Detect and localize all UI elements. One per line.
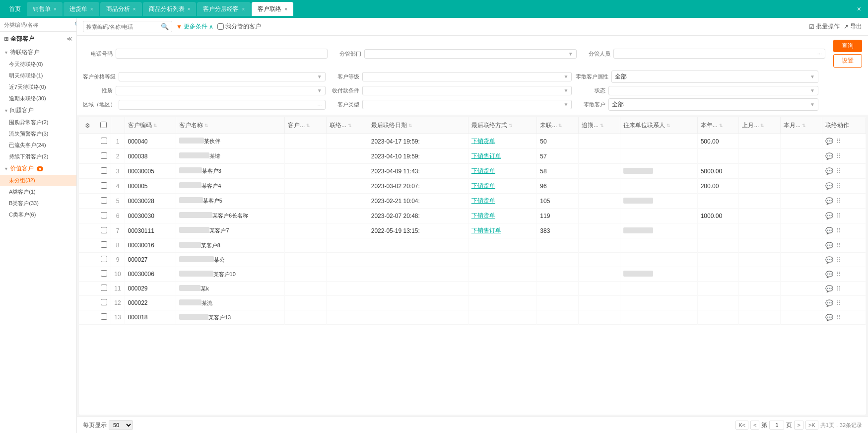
- home-tab[interactable]: 首页: [4, 5, 26, 13]
- more-action-icon[interactable]: ⠿: [836, 299, 841, 307]
- row-checkbox[interactable]: [101, 227, 107, 233]
- main-search-input[interactable]: [86, 24, 159, 30]
- prev-page-btn[interactable]: <: [750, 421, 759, 430]
- close-product-tab[interactable]: ×: [133, 6, 136, 12]
- dept-select[interactable]: ▼: [364, 49, 576, 59]
- close-product-list-tab[interactable]: ×: [188, 6, 191, 12]
- chat-icon[interactable]: 💬: [825, 182, 833, 190]
- sidebar-item-a-class[interactable]: A类客户(1): [0, 186, 76, 198]
- retail-attr-select[interactable]: 全部 ▼: [611, 71, 818, 83]
- chat-icon[interactable]: 💬: [825, 271, 833, 278]
- close-all-tabs[interactable]: ×: [854, 5, 864, 13]
- more-filters-btn[interactable]: ▼ 更多条件 ∧: [176, 22, 213, 31]
- more-action-icon[interactable]: ⠿: [836, 167, 841, 175]
- more-action-icon[interactable]: ⠿: [836, 138, 841, 145]
- sidebar-item-churn-warning[interactable]: 流失预警客户(3): [0, 128, 76, 140]
- row-checkbox[interactable]: [101, 212, 107, 218]
- status-select[interactable]: ▼: [608, 86, 818, 95]
- chat-icon[interactable]: 💬: [825, 299, 833, 307]
- row-checkbox[interactable]: [101, 299, 107, 305]
- chat-icon[interactable]: 💬: [825, 242, 833, 249]
- chat-icon[interactable]: 💬: [825, 285, 833, 292]
- close-purchase-tab[interactable]: ×: [90, 6, 93, 12]
- sidebar-group-pending[interactable]: ▼ 待联络客户: [0, 46, 76, 59]
- row-checkbox[interactable]: [101, 182, 107, 189]
- chat-icon[interactable]: 💬: [825, 152, 833, 160]
- more-action-icon[interactable]: ⠿: [836, 227, 841, 234]
- reset-button[interactable]: 设置: [833, 54, 862, 68]
- main-search-icon[interactable]: 🔍: [161, 23, 169, 30]
- sidebar-item-overdue-pending[interactable]: 逾期未联络(30): [0, 93, 76, 104]
- row-checkbox[interactable]: [101, 152, 107, 159]
- price-level-select[interactable]: ▼: [119, 72, 326, 81]
- close-customer-tier-tab[interactable]: ×: [242, 6, 245, 12]
- row-checkbox[interactable]: [101, 285, 107, 291]
- more-action-icon[interactable]: ⠿: [836, 256, 841, 264]
- chat-icon[interactable]: 💬: [825, 212, 833, 219]
- per-page-select[interactable]: 20 50 100: [109, 420, 133, 430]
- settings-icon[interactable]: ⚙: [82, 122, 94, 129]
- th-settings[interactable]: ⚙: [79, 117, 97, 134]
- page-number-input[interactable]: [769, 421, 784, 430]
- sidebar-item-today-pending[interactable]: 今天待联络(0): [0, 59, 76, 70]
- sidebar-item-7day-pending[interactable]: 近7天待联络(0): [0, 81, 76, 93]
- row-checkbox[interactable]: [101, 256, 107, 262]
- row-checkbox[interactable]: [101, 167, 107, 174]
- chat-icon[interactable]: 💬: [825, 167, 833, 175]
- more-action-icon[interactable]: ⠿: [836, 285, 841, 292]
- collapse-icon[interactable]: ≪: [67, 36, 72, 42]
- sidebar-group-problem[interactable]: ▼ 问题客户: [0, 104, 76, 117]
- more-action-icon[interactable]: ⠿: [836, 197, 841, 205]
- more-action-icon[interactable]: ⠿: [836, 314, 841, 321]
- row-checkbox[interactable]: [101, 241, 107, 248]
- sidebar-item-c-class[interactable]: C类客户(6): [0, 209, 76, 220]
- sidebar-item-ungroup[interactable]: 未分组(32): [0, 175, 76, 186]
- tab-purchase-order[interactable]: 进货单 ×: [64, 2, 99, 16]
- close-sales-tab[interactable]: ×: [54, 6, 57, 12]
- first-page-btn[interactable]: K<: [735, 421, 748, 430]
- tab-product-analysis[interactable]: 商品分析 ×: [100, 2, 142, 16]
- close-customer-contact-tab[interactable]: ×: [284, 6, 287, 12]
- customer-level-select[interactable]: ▼: [362, 72, 572, 81]
- tab-customer-tier[interactable]: 客户分层经客 ×: [197, 2, 251, 16]
- more-action-icon[interactable]: ⠿: [836, 271, 841, 278]
- manager-select[interactable]: ···: [613, 49, 825, 59]
- sidebar-group-value[interactable]: ▼ 价值客户 ●: [0, 162, 76, 175]
- export-btn[interactable]: ↗ 导出: [844, 22, 862, 31]
- more-action-icon[interactable]: ⠿: [836, 152, 841, 160]
- chat-icon[interactable]: 💬: [825, 314, 833, 321]
- chat-icon[interactable]: 💬: [825, 227, 833, 234]
- row-checkbox[interactable]: [101, 138, 107, 144]
- my-customers-checkbox[interactable]: [217, 23, 224, 30]
- chat-icon[interactable]: 💬: [825, 197, 833, 205]
- sidebar-item-churned[interactable]: 已流失客户(24): [0, 140, 76, 151]
- more-action-icon[interactable]: ⠿: [836, 182, 841, 190]
- nature-select[interactable]: ▼: [116, 86, 326, 95]
- sidebar-item-b-class[interactable]: B类客户(33): [0, 198, 76, 209]
- sidebar-search-input[interactable]: [4, 22, 72, 28]
- last-page-btn[interactable]: >K: [805, 421, 818, 430]
- row-checkbox[interactable]: [101, 197, 107, 204]
- tab-product-analysis-list[interactable]: 商品分析列表 ×: [143, 2, 197, 16]
- sidebar-item-declining[interactable]: 持续下滑客户(2): [0, 151, 76, 162]
- row-checkbox[interactable]: [101, 270, 107, 277]
- customer-type-select[interactable]: ▼: [362, 100, 572, 109]
- payment-select[interactable]: ▼: [362, 86, 572, 95]
- tab-sales-order[interactable]: 销售单 ×: [27, 2, 63, 16]
- row-checkbox[interactable]: [101, 313, 107, 320]
- next-page-btn[interactable]: >: [794, 421, 803, 430]
- select-all-checkbox[interactable]: [100, 122, 107, 128]
- sidebar-item-hoarding[interactable]: 囤购异常客户(2): [0, 117, 76, 128]
- more-action-icon[interactable]: ⠿: [836, 212, 841, 219]
- all-customers-header[interactable]: ⊞ 全部客户 ≪: [0, 32, 76, 46]
- retail-customer-select[interactable]: 全部 ▼: [608, 98, 818, 111]
- batch-op-btn[interactable]: ☑ 批量操作: [809, 22, 840, 31]
- tab-customer-contact[interactable]: 客户联络 ×: [252, 2, 293, 16]
- query-button[interactable]: 查询: [833, 40, 862, 52]
- phone-input[interactable]: [116, 49, 328, 59]
- more-action-icon[interactable]: ⠿: [836, 242, 841, 249]
- chat-icon[interactable]: 💬: [825, 256, 833, 264]
- chat-icon[interactable]: 💬: [825, 138, 833, 145]
- region-select[interactable]: ···: [119, 100, 326, 110]
- sidebar-item-tomorrow-pending[interactable]: 明天待联络(1): [0, 70, 76, 81]
